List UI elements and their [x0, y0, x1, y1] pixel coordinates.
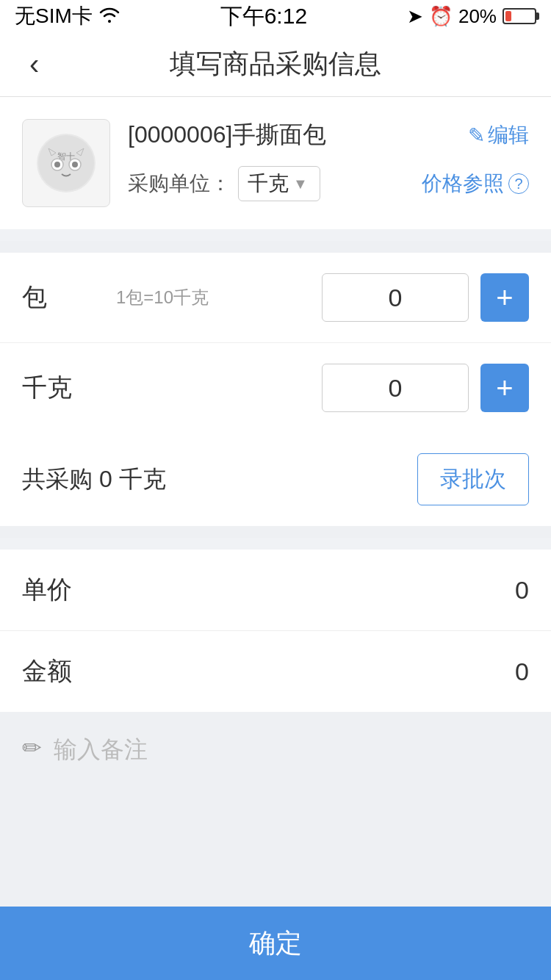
chevron-down-icon: ▼ — [293, 176, 308, 192]
summary-row: 共采购 0 千克 录批次 — [0, 433, 551, 526]
input-section: 包 1包=10千克 + 千克 + — [0, 253, 551, 433]
svg-point-0 — [38, 135, 94, 191]
unit-value: 千克 — [248, 170, 289, 198]
summary-text: 共采购 0 千克 — [22, 464, 166, 496]
product-image: 智十 — [22, 119, 110, 207]
notes-placeholder: 输入备注 — [54, 734, 148, 766]
carrier-text: 无SIM卡 — [15, 2, 93, 30]
info-icon: ? — [508, 173, 529, 194]
batch-button[interactable]: 录批次 — [417, 453, 529, 505]
qianke-plus-button[interactable]: + — [480, 364, 529, 412]
battery-icon — [503, 8, 536, 24]
unit-price-value: 0 — [515, 576, 529, 605]
bao-plus-button[interactable]: + — [480, 273, 529, 322]
back-button[interactable]: ‹ — [22, 40, 46, 88]
status-right: ➤ ⏰ 20% — [407, 5, 536, 28]
pencil-icon: ✏ — [22, 734, 42, 762]
battery-percent: 20% — [458, 5, 497, 28]
edit-icon: ✎ — [468, 123, 485, 148]
price-section: 单价 0 金额 0 — [0, 550, 551, 712]
confirm-button[interactable]: 确定 — [0, 907, 551, 980]
unit-price-row: 单价 0 — [0, 550, 551, 631]
status-time: 下午6:12 — [220, 1, 307, 32]
status-bar: 无SIM卡 下午6:12 ➤ ⏰ 20% — [0, 0, 551, 32]
svg-point-4 — [54, 162, 60, 167]
product-name-row: [0000006]手撕面包 ✎ 编辑 — [128, 119, 529, 151]
product-card: 智十 [0000006]手撕面包 ✎ 编辑 采购单位： — [0, 97, 551, 229]
edit-label: 编辑 — [488, 121, 529, 149]
bao-input[interactable] — [322, 273, 469, 322]
qianke-input[interactable] — [322, 364, 469, 412]
amount-label: 金额 — [22, 655, 72, 688]
amount-value: 0 — [515, 657, 529, 686]
svg-point-5 — [72, 162, 78, 167]
location-icon: ➤ — [407, 5, 423, 28]
status-left: 无SIM卡 — [15, 2, 120, 30]
product-info: [0000006]手撕面包 ✎ 编辑 采购单位： 千克 ▼ 价格参照 ? — [128, 119, 529, 201]
unit-row: 采购单位： 千克 ▼ 价格参照 ? — [128, 166, 529, 201]
product-logo: 智十 — [37, 134, 96, 192]
unit-price-label: 单价 — [22, 573, 72, 607]
qianke-row: 千克 + — [0, 343, 551, 433]
notes-section[interactable]: ✏ 输入备注 — [0, 712, 551, 844]
edit-link[interactable]: ✎ 编辑 — [468, 121, 529, 149]
qianke-label: 千克 — [22, 371, 110, 405]
price-ref-label: 价格参照 — [422, 170, 504, 198]
unit-label: 采购单位： — [128, 170, 231, 198]
amount-row: 金额 0 — [0, 631, 551, 712]
price-ref-link[interactable]: 价格参照 ? — [422, 170, 529, 198]
product-name: [0000006]手撕面包 — [128, 119, 326, 151]
alarm-icon: ⏰ — [429, 5, 453, 28]
page-title: 填写商品采购信息 — [170, 46, 381, 82]
divider-2 — [0, 526, 551, 538]
bao-row: 包 1包=10千克 + — [0, 253, 551, 343]
nav-bar: ‹ 填写商品采购信息 — [0, 32, 551, 97]
bao-label: 包 — [22, 281, 110, 314]
wifi-icon — [98, 4, 120, 28]
divider-1 — [0, 241, 551, 253]
bao-sublabel: 1包=10千克 — [116, 286, 209, 309]
unit-select[interactable]: 千克 ▼ — [238, 166, 320, 201]
